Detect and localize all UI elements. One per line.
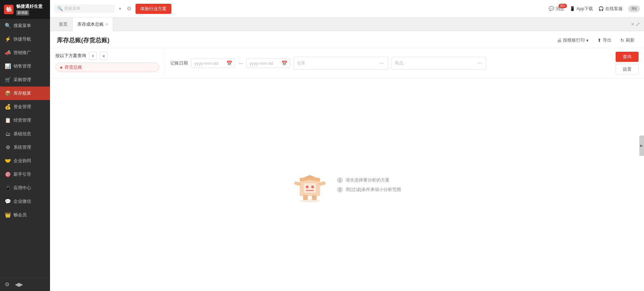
tip-num-1: 1: [337, 177, 343, 183]
svg-point-12: [300, 199, 320, 202]
tip-text-1: 请先选择要分析的方案: [346, 177, 390, 183]
sidebar-item-quick-nav[interactable]: ⚡ 快捷导航: [0, 32, 50, 46]
close-all-icon[interactable]: ×: [631, 21, 634, 27]
export-icon: ⬆: [597, 38, 601, 43]
sidebar-item-label: 系统管理: [14, 144, 31, 150]
online-service-btn[interactable]: 🎧 在线客服: [598, 6, 623, 12]
sidebar-item-label: 资金管理: [14, 104, 31, 110]
message-badge: 99+: [559, 4, 567, 8]
calendar-end-icon: 📅: [281, 60, 287, 66]
message-icon: 💬: [549, 6, 554, 11]
sidebar-item-system[interactable]: ⚙ 系统管理: [0, 141, 50, 154]
filter-collapse-btn[interactable]: «: [100, 52, 108, 60]
tab-home-label: 首页: [59, 21, 68, 27]
sidebar-item-inventory[interactable]: 📦 库存核算: [0, 87, 50, 100]
sidebar-item-wechat[interactable]: 💬 企业微信: [0, 195, 50, 208]
empty-state: 1 请先选择要分析的方案 2 用[过滤]条件来缩小分析范围: [50, 78, 644, 291]
sidebar-item-label: 销售管理: [14, 63, 31, 69]
warehouse-input[interactable]: 仓库 ···: [294, 57, 388, 70]
sidebar-item-marketing[interactable]: 📣 营销推广: [0, 46, 50, 59]
date-label: 记账日期: [170, 60, 188, 66]
export-label: 导出: [603, 37, 612, 43]
sidebar-item-label: 营销推广: [14, 50, 31, 56]
date-start-input[interactable]: yyyy-mm-dd 📅: [191, 58, 235, 68]
collapse-icon[interactable]: ◀▶: [15, 281, 23, 288]
refresh-icon: ↻: [620, 38, 624, 43]
app-logo: 畅 畅捷通好生意 标准版: [0, 0, 50, 19]
goods-label: 商品: [395, 60, 403, 66]
date-end-placeholder: yyyy-mm-dd: [249, 61, 273, 66]
sidebar-item-label: 经营管理: [14, 117, 31, 123]
sidebar-item-app-center[interactable]: 📱 应用中心: [0, 181, 50, 195]
expand-icon[interactable]: ⤢: [636, 21, 640, 27]
sidebar-item-operation[interactable]: 📋 经营管理: [0, 114, 50, 127]
app-center-icon: 📱: [5, 185, 11, 191]
svg-rect-10: [294, 181, 301, 186]
sidebar-item-label: 基础信息: [14, 131, 31, 137]
goods-more-icon: ···: [476, 59, 483, 68]
sales-icon: 📊: [5, 63, 11, 69]
tabs-close-area: × ⤢: [628, 21, 640, 27]
query-btn[interactable]: 查询: [616, 52, 639, 62]
user-avatar[interactable]: Rit: [628, 5, 640, 12]
filter-scheme[interactable]: ● 存货总账: [55, 63, 159, 72]
export-btn[interactable]: ⬆ 导出: [595, 36, 614, 45]
sidebar-item-search[interactable]: 🔍 搜索菜单: [0, 19, 50, 32]
warehouse-more-icon: ···: [378, 59, 385, 68]
refresh-btn[interactable]: ↻ 刷新: [618, 36, 637, 45]
message-btn[interactable]: 💬 消息 99+: [549, 6, 564, 12]
date-start-placeholder: yyyy-mm-dd: [194, 61, 218, 66]
tabs-bar: 首页 库存成本总账 × × ⤢: [50, 18, 644, 31]
filter-label: 按以下方案查询: [55, 53, 86, 59]
sidebar-item-label: 快捷导航: [14, 36, 31, 42]
operation-icon: 📋: [5, 117, 11, 123]
svg-rect-11: [319, 181, 326, 186]
right-panel-toggle[interactable]: ▶: [639, 136, 644, 156]
scheme-icon: ●: [60, 65, 63, 70]
tab-home[interactable]: 首页: [54, 18, 73, 31]
finance-icon: 💰: [5, 104, 11, 110]
date-end-input[interactable]: yyyy-mm-dd 📅: [246, 58, 290, 68]
print-btn[interactable]: 🖨 按模板打印 ▾: [554, 36, 591, 45]
tip-num-2: 2: [337, 187, 343, 193]
sidebar-item-label: 企业协同: [14, 158, 31, 164]
setting-btn[interactable]: 设置: [616, 64, 639, 75]
settings-icon[interactable]: ⚙: [5, 281, 9, 288]
sidebar-item-label: 采购管理: [14, 77, 31, 83]
tab-inventory-ledger[interactable]: 库存成本总账 ×: [73, 18, 113, 31]
sidebar-item-label: 库存核算: [14, 90, 31, 96]
sidebar-item-guide[interactable]: 🎯 新手引导: [0, 168, 50, 181]
app-name: 畅捷通好生意: [16, 3, 43, 9]
sidebar-item-basic[interactable]: 🗂 基础信息: [0, 127, 50, 141]
topbar-search[interactable]: 🔍 搜索菜单: [54, 4, 115, 13]
print-icon: 🖨: [557, 38, 562, 43]
topbar-chevron-icon[interactable]: ▾: [118, 5, 123, 13]
phone-icon: 📱: [570, 6, 575, 11]
goods-input[interactable]: 商品 ···: [392, 57, 486, 70]
industry-btn[interactable]: 体验行业方案: [135, 4, 171, 14]
app-download-btn[interactable]: 📱 App下载: [570, 6, 593, 12]
sidebar-item-member[interactable]: 👑 畅会员: [0, 208, 50, 222]
search-placeholder: 搜索菜单: [64, 6, 80, 11]
page-header: 库存总账(存货总账) 🖨 按模板打印 ▾ ⬆ 导出 ↻ 刷新: [50, 31, 644, 48]
sidebar: 畅 畅捷通好生意 标准版 🔍 搜索菜单 ⚡ 快捷导航 📣 营销推广 📊 销售管理…: [0, 0, 50, 291]
filter-add-btn[interactable]: +: [89, 52, 97, 60]
main-area: 🔍 搜索菜单 ▾ ⚙ 体验行业方案 💬 消息 99+ 📱 App下载 🎧 在线客…: [50, 0, 644, 291]
sidebar-item-sales[interactable]: 📊 销售管理: [0, 59, 50, 73]
sidebar-item-finance[interactable]: 💰 资金管理: [0, 100, 50, 114]
svg-point-5: [306, 186, 308, 188]
sidebar-item-cooperation[interactable]: 🤝 企业协同: [0, 154, 50, 168]
sidebar-item-label: 应用中心: [14, 185, 31, 191]
inventory-icon: 📦: [5, 90, 11, 96]
guide-icon: 🎯: [5, 171, 11, 177]
empty-tips: 1 请先选择要分析的方案 2 用[过滤]条件来缩小分析范围: [337, 177, 401, 193]
sidebar-item-purchase[interactable]: 🛒 采购管理: [0, 73, 50, 87]
topbar: 🔍 搜索菜单 ▾ ⚙ 体验行业方案 💬 消息 99+ 📱 App下载 🎧 在线客…: [50, 0, 644, 18]
page-title: 库存总账(存货总账): [57, 36, 109, 44]
topbar-gear-icon[interactable]: ⚙: [125, 4, 133, 13]
toggle-arrow-icon: ▶: [640, 144, 643, 147]
tab-close-icon[interactable]: ×: [106, 22, 108, 27]
refresh-label: 刷新: [626, 37, 635, 43]
sidebar-item-label: 畅会员: [14, 212, 27, 218]
logo-icon: 畅: [4, 5, 14, 14]
